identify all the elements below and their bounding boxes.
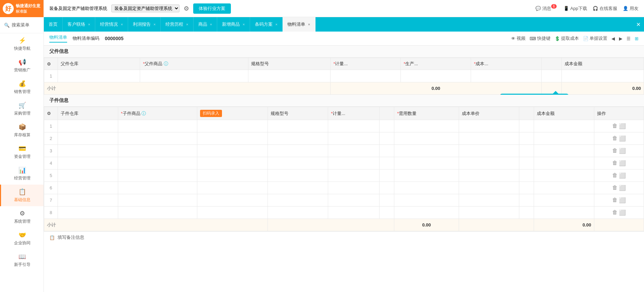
child-product-cell[interactable] [118, 132, 197, 145]
child-spec-cell[interactable] [268, 120, 328, 132]
child-unit-cell[interactable] [328, 194, 379, 207]
nav-tab-customer[interactable]: 客户联络× [63, 17, 95, 32]
delete-row-button[interactable]: 🗑 [612, 172, 618, 179]
close-tab-x[interactable]: × [210, 22, 212, 26]
trial-button[interactable]: 体验行业方案 [193, 3, 231, 14]
parent-cost-cell[interactable] [471, 70, 541, 82]
parent-warehouse-cell[interactable] [58, 70, 140, 82]
child-unit-cell[interactable] [328, 145, 379, 157]
sidebar-item-guide[interactable]: 📖新手引导 [0, 249, 44, 271]
shortcut-action[interactable]: ⌨ 快捷键 [530, 35, 550, 42]
child-qty-cell[interactable] [394, 170, 459, 182]
child-unit-cell[interactable] [328, 207, 379, 219]
title-dropdown[interactable]: 装备及固定资产辅助管理系统 [111, 4, 179, 12]
sidebar-item-marketing[interactable]: 📢营销推广 [0, 55, 44, 77]
child-qty-cell[interactable] [394, 120, 459, 132]
parent-produce-cell[interactable] [401, 70, 471, 82]
close-tab-x[interactable]: × [243, 22, 245, 26]
copy-row-button[interactable]: ⬜ [619, 209, 626, 216]
child-unit-cell[interactable] [328, 132, 379, 145]
child-warehouse-cell[interactable] [58, 170, 118, 182]
child-qty-cell[interactable] [394, 182, 459, 194]
copy-row-button[interactable]: ⬜ [619, 172, 626, 179]
parent-col-gear[interactable]: ⚙ [44, 58, 58, 70]
child-product-cell[interactable] [118, 194, 197, 207]
user-item[interactable]: 👤 用友 [623, 5, 639, 12]
list-view-button[interactable]: ☰ [627, 36, 631, 41]
child-spec-cell[interactable] [268, 182, 328, 194]
child-unitcost-cell[interactable] [459, 207, 519, 219]
grid-view-button[interactable]: ⊞ [635, 36, 639, 41]
child-product-cell[interactable] [118, 182, 197, 194]
nav-tab-barcode[interactable]: 条码方案× [250, 17, 283, 32]
child-unitcost-cell[interactable] [459, 120, 519, 132]
child-warehouse-cell[interactable] [58, 194, 118, 207]
child-spec-cell[interactable] [268, 207, 328, 219]
nav-tab-history[interactable]: 经营历程× [161, 17, 193, 32]
child-warehouse-cell[interactable] [58, 120, 118, 132]
child-product-info-icon[interactable]: ⓘ [141, 111, 146, 116]
child-warehouse-cell[interactable] [58, 145, 118, 157]
nav-tab-home[interactable]: 首页 [44, 17, 63, 32]
close-tab-x[interactable]: × [88, 22, 90, 26]
online-service-item[interactable]: 🎧 在线客服 [593, 5, 617, 12]
sidebar-item-enterprise[interactable]: 🤝企业协同 [0, 228, 44, 249]
child-unitcost-cell[interactable] [459, 145, 519, 157]
nav-tab-new-product[interactable]: 新增商品× [217, 17, 250, 32]
child-spec-cell[interactable] [268, 157, 328, 170]
search-menu-button[interactable]: 🔍 搜索菜单 [3, 20, 41, 30]
child-unit-cell[interactable] [328, 157, 379, 170]
delete-row-button[interactable]: 🗑 [612, 135, 618, 142]
parent-spec-cell[interactable] [248, 70, 330, 82]
sidebar-item-basic-info[interactable]: 📋基础信息 [0, 185, 44, 206]
child-unitcost-cell[interactable] [459, 157, 519, 170]
nav-tab-profit[interactable]: 利润报告× [128, 17, 161, 32]
sidebar-item-system[interactable]: ⚙系统管理 [0, 206, 44, 228]
child-product-cell[interactable] [118, 170, 197, 182]
close-tab-button[interactable]: ✕ [633, 17, 644, 32]
child-qty-cell[interactable] [394, 207, 459, 219]
child-product-cell[interactable] [118, 120, 197, 132]
sidebar-item-inventory[interactable]: 📦库存核算 [0, 120, 44, 141]
sidebar-item-sales[interactable]: 💰销售管理 [0, 77, 44, 98]
child-qty-cell[interactable] [394, 145, 459, 157]
copy-row-button[interactable]: ⬜ [619, 185, 626, 191]
copy-row-button[interactable]: ⬜ [619, 148, 626, 154]
child-spec-cell[interactable] [268, 145, 328, 157]
view-action[interactable]: 👁 视频 [511, 35, 525, 42]
delete-row-button[interactable]: 🗑 [612, 148, 618, 154]
child-unit-cell[interactable] [328, 120, 379, 132]
child-spec-cell[interactable] [268, 194, 328, 207]
child-qty-cell[interactable] [394, 157, 459, 170]
child-warehouse-cell[interactable] [58, 157, 118, 170]
child-qty-cell[interactable] [394, 194, 459, 207]
sub-tab-code[interactable]: 物料清单编码 [73, 35, 99, 42]
sub-tab-bom[interactable]: 物料清单 [49, 34, 67, 43]
copy-row-button[interactable]: ⬜ [619, 197, 626, 203]
delete-row-button[interactable]: 🗑 [612, 209, 618, 216]
child-warehouse-cell[interactable] [58, 132, 118, 145]
close-tab-x[interactable]: × [121, 22, 123, 26]
nav-tab-products[interactable]: 商品× [194, 17, 217, 32]
nav-next-button[interactable]: ▶ [619, 36, 622, 41]
child-spec-cell[interactable] [268, 132, 328, 145]
child-unitcost-cell[interactable] [459, 170, 519, 182]
copy-row-button[interactable]: ⬜ [619, 160, 626, 166]
child-col-gear[interactable]: ⚙ [44, 107, 58, 120]
child-product-cell[interactable] [118, 145, 197, 157]
child-qty-cell[interactable] [394, 132, 459, 145]
gear-icon[interactable]: ⚙ [184, 5, 189, 12]
close-tab-x[interactable]: × [275, 22, 277, 26]
nav-tab-bom[interactable]: 物料清单× [283, 17, 315, 32]
child-unit-cell[interactable] [328, 182, 379, 194]
parent-unit-cell[interactable] [331, 70, 401, 82]
delete-row-button[interactable]: 🗑 [612, 123, 618, 129]
sidebar-item-finance[interactable]: 💳资金管理 [0, 141, 44, 163]
cost-action[interactable]: 💲 提取成本 [555, 35, 579, 42]
child-product-cell[interactable] [118, 207, 197, 219]
copy-row-button[interactable]: ⬜ [619, 123, 626, 129]
child-unit-cell[interactable] [328, 170, 379, 182]
child-unitcost-cell[interactable] [459, 194, 519, 207]
child-product-cell[interactable] [118, 157, 197, 170]
child-warehouse-cell[interactable] [58, 207, 118, 219]
